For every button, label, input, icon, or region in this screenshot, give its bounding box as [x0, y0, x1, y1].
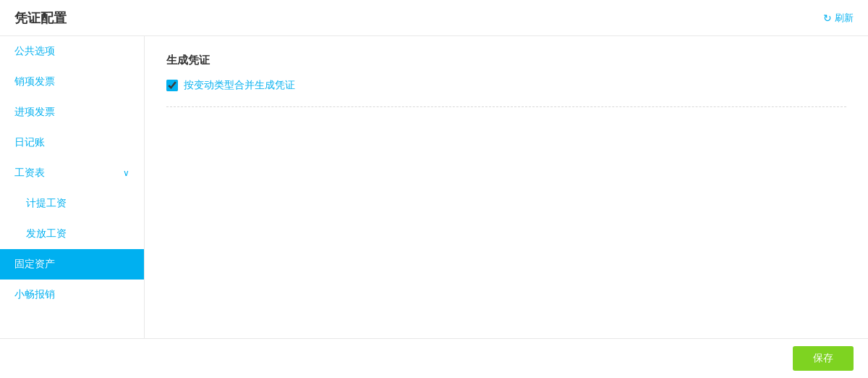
- sidebar-item-label: 小畅报销: [14, 288, 55, 301]
- refresh-label: 刷新: [835, 12, 854, 25]
- main-layout: 公共选项销项发票进项发票日记账工资表∨计提工资发放工资固定资产小畅报销 生成凭证…: [0, 36, 868, 338]
- refresh-icon: ↻: [823, 12, 832, 24]
- sidebar-item-label: 计提工资: [26, 197, 67, 210]
- sidebar-item-label: 日记账: [14, 136, 45, 149]
- sidebar: 公共选项销项发票进项发票日记账工资表∨计提工资发放工资固定资产小畅报销: [0, 36, 145, 338]
- sidebar-item-journal[interactable]: 日记账: [0, 127, 144, 158]
- footer: 保存: [0, 338, 868, 378]
- sidebar-item-purchase-invoice[interactable]: 进项发票: [0, 97, 144, 127]
- sidebar-item-payroll[interactable]: 工资表∨: [0, 158, 144, 188]
- section-title: 生成凭证: [166, 54, 846, 67]
- merge-by-type-checkbox[interactable]: [166, 80, 178, 91]
- sidebar-item-label: 固定资产: [14, 258, 55, 271]
- sidebar-item-fixed-assets[interactable]: 固定资产: [0, 249, 144, 280]
- refresh-button[interactable]: ↻ 刷新: [823, 12, 854, 25]
- sidebar-item-sales-invoice[interactable]: 销项发票: [0, 67, 144, 97]
- sidebar-item-label: 发放工资: [26, 227, 67, 240]
- merge-by-type-label[interactable]: 按变动类型合并生成凭证: [184, 79, 295, 92]
- page-title: 凭证配置: [14, 9, 67, 27]
- divider: [166, 106, 846, 107]
- sidebar-item-expense-report[interactable]: 小畅报销: [0, 280, 144, 310]
- sidebar-item-label: 进项发票: [14, 106, 55, 119]
- checkbox-row: 按变动类型合并生成凭证: [166, 79, 846, 92]
- header: 凭证配置 ↻ 刷新: [0, 0, 868, 36]
- sidebar-item-pay-salary[interactable]: 发放工资: [0, 219, 144, 249]
- chevron-down-icon: ∨: [123, 168, 129, 178]
- sidebar-item-label: 工资表: [14, 167, 45, 180]
- content-area: 生成凭证 按变动类型合并生成凭证: [145, 36, 868, 338]
- sidebar-item-label: 销项发票: [14, 75, 55, 88]
- sidebar-item-accrual-salary[interactable]: 计提工资: [0, 188, 144, 219]
- sidebar-item-public-options[interactable]: 公共选项: [0, 36, 144, 67]
- sidebar-item-label: 公共选项: [14, 45, 55, 58]
- save-button[interactable]: 保存: [793, 346, 854, 371]
